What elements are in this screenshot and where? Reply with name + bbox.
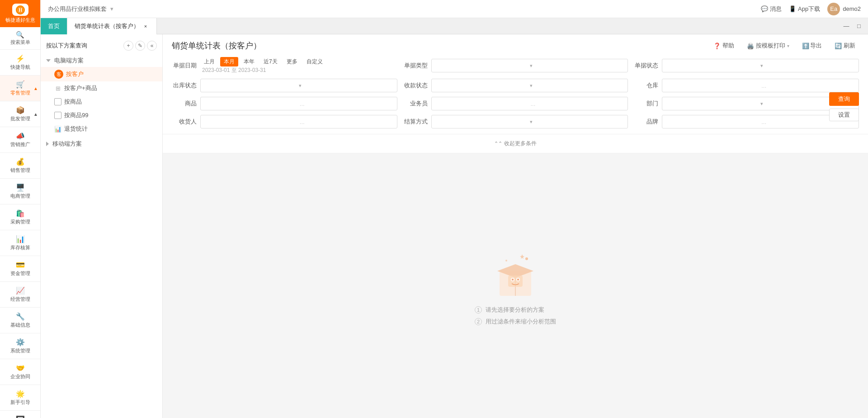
warehouse-select[interactable]: ...	[662, 79, 859, 92]
export-icon: ⬆️	[802, 43, 809, 49]
sidebar-item-appcenter[interactable]: 🔲 应用中心	[0, 411, 40, 418]
sidebar-item-marketing[interactable]: 📣 营销推广	[0, 127, 40, 153]
sidebar-item-finance[interactable]: 💳 资金管理	[0, 256, 40, 282]
desktop-group-header[interactable]: 电脑端方案	[41, 54, 162, 67]
filter-brand-cell: 品牌 ...	[633, 115, 859, 128]
doctype-label: 单据类型	[403, 62, 428, 70]
scheme-item-customer-product[interactable]: ⊞ 按客户+商品	[41, 81, 162, 95]
dept-label: 部门	[633, 100, 658, 108]
salesperson-select[interactable]: ...	[431, 97, 628, 110]
product-dots[interactable]: ...	[300, 100, 393, 107]
sidebar-item-wholesale[interactable]: 📦 批发管理 ▲	[0, 101, 40, 127]
date-this-year[interactable]: 本年	[240, 57, 258, 66]
topbar-right: 💬 消息 📱 App下载 Ea demo2	[761, 3, 861, 15]
sidebar-item-retail[interactable]: 🛒 零售管理 ▲	[0, 76, 40, 101]
payment-label: 结算方式	[403, 118, 428, 126]
mobile-group-header[interactable]: 移动端方案	[41, 138, 162, 150]
topbar-left: 办公用品行业模拟账套 ▾	[48, 5, 113, 13]
scheme-item-by-product99[interactable]: 按商品99	[41, 109, 162, 122]
warehouse-dots[interactable]: ...	[761, 82, 855, 89]
collapse-panel-btn[interactable]: «	[147, 41, 157, 51]
filter-recipient-cell: 收货人 ...	[172, 115, 397, 128]
sidebar-item-purchase[interactable]: 🛍️ 采购管理	[0, 204, 40, 230]
collectstatus-select[interactable]: ▾	[431, 79, 628, 92]
filter-section: 单据日期 上月 本月 本年 近7天 更多 自定义 2023-03-01 至 20…	[163, 52, 868, 134]
filter-collectstatus-cell: 收款状态 ▾	[403, 79, 628, 92]
print-btn[interactable]: 🖨️ 按模板打印 ▾	[743, 40, 793, 52]
tab-close-btn[interactable]: ×	[142, 23, 149, 30]
filter-dept-cell: 部门 ▾	[633, 97, 859, 110]
scheme-item-returns[interactable]: 📊 退货统计	[41, 122, 162, 136]
date-7days[interactable]: 近7天	[260, 57, 281, 66]
collapse-conditions-btn[interactable]: ⌃⌃ 收起更多条件	[489, 138, 542, 149]
refresh-btn[interactable]: 🔄 刷新	[831, 40, 859, 52]
topbar: 办公用品行业模拟账套 ▾ 💬 消息 📱 App下载 Ea demo2	[41, 0, 868, 18]
tab-sales-stats[interactable]: 销货单统计表（按客户） ×	[67, 18, 157, 34]
collectstatus-label: 收款状态	[403, 81, 428, 90]
outstatus-select[interactable]: ▾	[200, 79, 397, 92]
outstatus-label: 出库状态	[172, 81, 197, 90]
sidebar-logo: 畅捷通好生意	[0, 0, 40, 27]
date-last-month[interactable]: 上月	[200, 57, 218, 66]
date-custom[interactable]: 自定义	[303, 57, 326, 66]
page-title: 销货单统计表（按客户）	[172, 40, 261, 51]
salesperson-dots[interactable]: ...	[531, 100, 624, 107]
logo-svg	[15, 5, 26, 15]
message-button[interactable]: 💬 消息	[761, 5, 782, 13]
filter-product-cell: 商品 ...	[172, 97, 397, 110]
help-btn[interactable]: ❓ 帮助	[710, 40, 738, 52]
left-panel-header: 按以下方案查询 + ✎ «	[41, 38, 162, 53]
tabs-bar: 首页 销货单统计表（按客户） × — □	[41, 18, 868, 34]
scheme-item-by-customer[interactable]: 客 按客户	[41, 67, 162, 81]
sidebar-item-sales[interactable]: 💰 销售管理	[0, 153, 40, 179]
sidebar-item-newbie[interactable]: 🌟 新手引导	[0, 385, 40, 411]
docstatus-select[interactable]: ▾	[662, 59, 859, 72]
active-tab-label: 销货单统计表（按客户）	[75, 22, 139, 30]
sidebar-item-basic[interactable]: 🔧 基础信息	[0, 308, 40, 333]
collapse-bar: ⌃⌃ 收起更多条件	[163, 134, 868, 153]
help-icon: ❓	[713, 43, 721, 49]
tabs-minimize-btn[interactable]: —	[841, 21, 852, 32]
sidebar-item-operations[interactable]: 📈 经营管理	[0, 282, 40, 308]
query-actions: 查询 设置	[829, 92, 859, 121]
tabs-maximize-btn[interactable]: □	[854, 21, 864, 32]
doctype-dropdown-icon: ▾	[530, 63, 624, 69]
edit-scheme-btn[interactable]: ✎	[135, 41, 145, 51]
hint-text-1: 请先选择要分析的方案	[486, 306, 544, 314]
sidebar-item-ecommerce[interactable]: 🖥️ 电商管理	[0, 179, 40, 204]
empty-hints: 1 请先选择要分析的方案 2 用过滤条件来缩小分析范围	[475, 306, 556, 326]
user-menu[interactable]: Ea demo2	[827, 3, 861, 15]
recipient-select[interactable]: ...	[200, 115, 397, 128]
collapse-up-icon: ⌃⌃	[494, 141, 502, 147]
filter-warehouse-cell: 仓库 ...	[633, 79, 859, 92]
tab-home[interactable]: 首页	[41, 18, 67, 34]
recipient-dots[interactable]: ...	[300, 119, 393, 125]
print-dropdown-icon: ▾	[787, 43, 789, 48]
topbar-dropdown-icon[interactable]: ▾	[110, 5, 113, 12]
svg-point-8	[512, 279, 514, 280]
brand-label: 品牌	[633, 118, 658, 126]
sidebar-search-menu[interactable]: 🔍 搜索菜单	[0, 27, 40, 50]
payment-select[interactable]: ▾	[431, 115, 628, 128]
query-btn[interactable]: 查询	[829, 92, 859, 106]
sidebar-item-inventory[interactable]: 📊 库存核算	[0, 230, 40, 256]
payment-dropdown-icon: ▾	[530, 119, 624, 125]
app-download-button[interactable]: 📱 App下载	[789, 5, 820, 13]
export-btn[interactable]: ⬆️ 导出	[798, 40, 826, 52]
product-select[interactable]: ...	[200, 97, 397, 110]
date-this-month[interactable]: 本月	[220, 57, 238, 66]
collectstatus-dropdown-icon: ▾	[530, 83, 624, 89]
date-shortcuts: 上月 本月 本年 近7天 更多 自定义	[200, 57, 397, 66]
sidebar-item-system[interactable]: ⚙️ 系统管理	[0, 333, 40, 359]
filter-doctype-cell: 单据类型 ▾	[403, 57, 628, 74]
sidebar-item-enterprise[interactable]: 🤝 企业协同	[0, 359, 40, 385]
scheme-label-returns: 退货统计	[64, 125, 88, 133]
sidebar-item-quicknav[interactable]: ⚡ 快捷导航	[0, 50, 40, 76]
scheme-item-by-product[interactable]: 按商品	[41, 95, 162, 109]
settings-btn[interactable]: 设置	[829, 109, 859, 121]
docstatus-dropdown-icon: ▾	[760, 63, 855, 69]
date-more[interactable]: 更多	[283, 57, 301, 66]
scheme-label-customer-product: 按客户+商品	[64, 84, 97, 92]
add-scheme-btn[interactable]: +	[123, 41, 133, 51]
doctype-select[interactable]: ▾	[431, 59, 628, 72]
